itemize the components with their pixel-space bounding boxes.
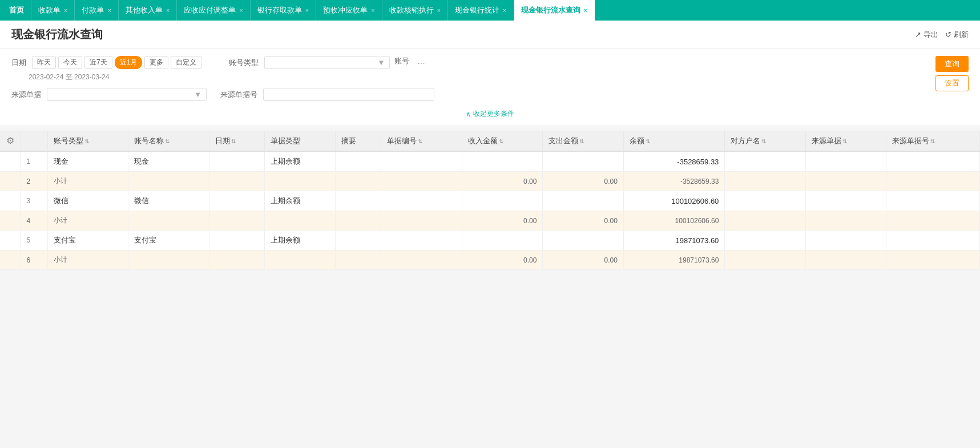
gear-icon: ⚙ [6, 136, 14, 146]
cell-account-name: 现金 [128, 151, 209, 172]
nav-advance-write-off[interactable]: 预收冲应收单 × [316, 0, 382, 21]
collapse-icon: ∧ [466, 110, 471, 118]
account-dots[interactable]: ... [417, 56, 425, 66]
cell-date [209, 191, 264, 211]
col-account-type[interactable]: 账号类型⇅ [47, 131, 128, 151]
cell-doc-no [381, 231, 462, 251]
cell-counterpart [725, 231, 805, 251]
cell-source-doc [805, 211, 886, 231]
cell-doc-type [264, 211, 335, 231]
source-doc-label: 来源单据 [11, 90, 41, 100]
close-icon[interactable]: × [166, 7, 170, 14]
date-btn-custom[interactable]: 自定义 [171, 56, 201, 69]
cell-account-type: 微信 [47, 191, 128, 211]
cell-source-doc-no [886, 172, 980, 191]
col-doc-no[interactable]: 单据编号⇅ [381, 131, 462, 151]
close-icon[interactable]: × [107, 7, 111, 14]
cell-date [209, 251, 264, 270]
export-button[interactable]: ↗ 导出 [915, 30, 938, 40]
source-doc-no-input[interactable] [263, 88, 434, 101]
cell-account-name: 支付宝 [128, 231, 209, 251]
cell-counterpart [725, 211, 805, 231]
cell-source-doc [805, 231, 886, 251]
cell-expense [543, 191, 623, 211]
query-button[interactable]: 查询 [935, 56, 969, 72]
cell-account-type: 小计 [47, 251, 128, 270]
collapse-filters-button[interactable]: ∧ 收起更多条件 [11, 109, 969, 119]
close-icon[interactable]: × [371, 7, 374, 14]
nav-ar-ap-adjust[interactable]: 应收应付调整单 × [177, 0, 250, 21]
table-row[interactable]: 3微信微信上期余额100102606.60 [0, 191, 980, 211]
col-date[interactable]: 日期⇅ [209, 131, 264, 151]
data-table-container: ⚙ 账号类型⇅ 账号名称⇅ 日期⇅ 单据类型 摘要 单据编号⇅ 收入金额⇅ 支出… [0, 131, 980, 270]
close-icon[interactable]: × [239, 7, 243, 14]
dropdown-icon: ▼ [194, 90, 201, 99]
nav-other-income[interactable]: 其他收入单 × [119, 0, 177, 21]
cell-doc-type: 上期余额 [264, 231, 335, 251]
close-icon[interactable]: × [503, 7, 506, 14]
settings-button[interactable]: 设置 [935, 75, 969, 91]
col-expense[interactable]: 支出金额⇅ [543, 131, 623, 151]
col-balance[interactable]: 余额⇅ [623, 131, 725, 151]
cell-balance: -3528659.33 [623, 172, 725, 191]
nav-receipt[interactable]: 收款单 × [31, 0, 75, 21]
cell-income: 0.00 [462, 211, 542, 231]
col-settings[interactable]: ⚙ [0, 131, 21, 151]
nav-collection-exec[interactable]: 收款核销执行 × [382, 0, 448, 21]
nav-payment[interactable]: 付款单 × [75, 0, 118, 21]
cell-account-name [128, 172, 209, 191]
nav-cash-bank-stats[interactable]: 现金银行统计 × [448, 0, 514, 21]
table-row[interactable]: 4小计0.000.00100102606.60 [0, 211, 980, 231]
cell-summary [336, 251, 381, 270]
cell-doc-no [381, 251, 462, 270]
cell-account-type: 小计 [47, 172, 128, 191]
col-num [21, 131, 47, 151]
sort-icon: ⇅ [84, 138, 89, 144]
refresh-icon: ↺ [945, 30, 951, 39]
table-row[interactable]: 1现金现金上期余额-3528659.33 [0, 151, 980, 172]
sort-icon: ⇅ [761, 138, 766, 144]
close-icon[interactable]: × [64, 7, 67, 14]
table-header-row: ⚙ 账号类型⇅ 账号名称⇅ 日期⇅ 单据类型 摘要 单据编号⇅ 收入金额⇅ 支出… [0, 131, 980, 151]
table-row[interactable]: 2小计0.000.00-3528659.33 [0, 172, 980, 191]
cell-num: 3 [21, 191, 47, 211]
table-row[interactable]: 5支付宝支付宝上期余额19871073.60 [0, 231, 980, 251]
cell-checkbox [0, 211, 21, 231]
date-btn-more[interactable]: 更多 [144, 56, 168, 69]
refresh-button[interactable]: ↺ 刷新 [945, 30, 969, 40]
sort-icon: ⇅ [842, 138, 847, 144]
table-row[interactable]: 6小计0.000.0019871073.60 [0, 251, 980, 270]
close-icon[interactable]: × [305, 7, 309, 14]
cell-balance: 19871073.60 [623, 251, 725, 270]
source-doc-select[interactable]: ▼ [47, 88, 207, 101]
cell-account-type: 支付宝 [47, 231, 128, 251]
date-btn-last1m[interactable]: 近1月 [115, 56, 143, 69]
col-account-name[interactable]: 账号名称⇅ [128, 131, 209, 151]
date-options: 昨天 今天 近7天 近1月 更多 自定义 [32, 56, 201, 69]
col-source-doc[interactable]: 来源单据⇅ [805, 131, 886, 151]
date-btn-today[interactable]: 今天 [58, 56, 82, 69]
close-icon[interactable]: × [437, 7, 441, 14]
date-btn-yesterday[interactable]: 昨天 [32, 56, 56, 69]
source-doc-no-label: 来源单据号 [220, 90, 257, 100]
cash-flow-table: ⚙ 账号类型⇅ 账号名称⇅ 日期⇅ 单据类型 摘要 单据编号⇅ 收入金额⇅ 支出… [0, 131, 980, 270]
cell-expense: 0.00 [543, 251, 623, 270]
cell-balance: 100102606.60 [623, 211, 725, 231]
date-btn-last7[interactable]: 近7天 [84, 56, 112, 69]
page-title: 现金银行流水查询 [11, 27, 103, 42]
date-label: 日期 [11, 58, 26, 68]
col-source-doc-no[interactable]: 来源单据号⇅ [886, 131, 980, 151]
account-type-select[interactable]: ▼ [264, 56, 390, 69]
close-icon[interactable]: × [584, 7, 587, 14]
cell-balance: -3528659.33 [623, 151, 725, 172]
cell-date [209, 211, 264, 231]
export-icon: ↗ [915, 30, 921, 39]
col-counterpart[interactable]: 对方户名⇅ [725, 131, 805, 151]
nav-home[interactable]: 首页 [2, 0, 31, 21]
col-income[interactable]: 收入金额⇅ [462, 131, 542, 151]
account-type-label: 账号类型 [229, 58, 259, 68]
nav-cash-bank-flow[interactable]: 现金银行流水查询 × [514, 0, 595, 21]
nav-bank-deposit[interactable]: 银行存取款单 × [251, 0, 316, 21]
cell-account-name: 微信 [128, 191, 209, 211]
cell-source-doc-no [886, 211, 980, 231]
